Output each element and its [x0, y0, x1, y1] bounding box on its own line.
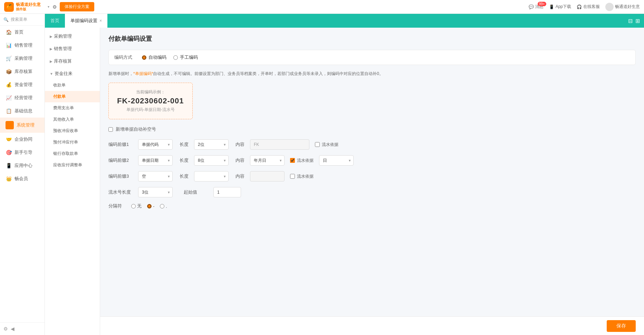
second-sidebar-group-finance: ▼ 资金往来 收款单 付款单 费用支出单 其他收入单 预收冲应收单 预付冲应付单… — [45, 68, 100, 171]
sidebar-item-purchase-label: 采购管理 — [15, 55, 32, 62]
user-menu[interactable]: 畅通道好生意 — [605, 3, 640, 11]
sidebar-item-purchase[interactable]: 🛒 采购管理 — [0, 52, 45, 65]
encode-method-label: 编码方式 — [114, 54, 132, 61]
experience-btn[interactable]: 体验行业方案 — [60, 2, 94, 11]
tab-close-icon[interactable]: × — [99, 18, 102, 23]
sep-dot-radio[interactable] — [160, 204, 164, 208]
length1-select-wrap: 2位 — [194, 139, 229, 150]
prefix1-label: 编码前缀1 — [108, 141, 133, 148]
sidebar-bottom: ⚙ ◀ — [0, 322, 45, 335]
auto-encode-radio[interactable] — [142, 55, 146, 60]
app-download-btn[interactable]: 📱 App下载 — [549, 4, 571, 10]
sidebar-item-member-label: 畅会员 — [15, 176, 28, 182]
waterflow2-checkbox[interactable] — [290, 158, 295, 163]
sidebar-item-system-label: 系统管理 — [17, 122, 35, 128]
second-sidebar-other-income[interactable]: 其他收入单 — [45, 114, 100, 125]
second-sidebar-bank[interactable]: 银行存取款单 — [45, 148, 100, 159]
sidebar-item-guide[interactable]: 🎯 新手引导 — [0, 146, 45, 159]
sidebar-item-enterprise[interactable]: 🤝 企业协同 — [0, 133, 45, 146]
sep-none-option[interactable]: 无 — [131, 203, 142, 209]
tab-maximize-btn[interactable]: ⊞ — [635, 18, 640, 24]
sidebar-item-sales-label: 销售管理 — [15, 42, 32, 48]
length2-label: 长度 — [180, 157, 189, 164]
prefix1-select-wrap: 单据代码 — [138, 139, 173, 150]
second-sidebar-payment[interactable]: 付款单 — [45, 91, 100, 102]
serial-length-select[interactable]: 3位 — [138, 187, 173, 197]
length2-select[interactable]: 8位 — [194, 155, 229, 166]
second-sidebar-finance-label: 资金往来 — [55, 71, 73, 77]
expand-arrow-finance: ▼ — [50, 72, 53, 76]
expand-arrow-inventory: ▶ — [50, 59, 52, 63]
prefix2-label: 编码前缀2 — [108, 157, 133, 164]
waterflow3-checkbox[interactable] — [290, 174, 295, 179]
auto-encode-label: 自动编码 — [148, 54, 166, 61]
waterflow2-unit-select[interactable]: 日 — [319, 155, 354, 166]
second-sidebar-adjustment[interactable]: 应收应付调整单 — [45, 159, 100, 171]
waterflow3-label: 流水依据 — [297, 174, 314, 179]
dropdown-arrow-icon[interactable]: ▾ — [48, 5, 49, 9]
sep-none-radio[interactable] — [131, 204, 136, 208]
tab-home-label: 首页 — [50, 18, 59, 24]
prefix1-select[interactable]: 单据代码 — [138, 139, 173, 150]
tab-current[interactable]: 单据编码设置 × — [65, 14, 107, 28]
second-sidebar-prepay-receivable[interactable]: 预收冲应收单 — [45, 125, 100, 137]
waterflow1-checkbox[interactable] — [315, 142, 320, 147]
sidebar-item-inventory[interactable]: 📦 库存核算 — [0, 65, 45, 78]
info-text: 新增单据时，*单据编码*自动生成，不可编辑。前缀设置为部门、业务员等档案类，开单… — [108, 71, 636, 77]
sidebar-item-appstore[interactable]: 📱 应用中心 — [0, 159, 45, 172]
sep-dash-option[interactable]: - — [147, 204, 154, 209]
sidebar-search[interactable]: 🔍 搜索菜单 — [0, 14, 45, 26]
message-btn[interactable]: 💬 消息 99+ — [529, 4, 544, 10]
second-sidebar-sales[interactable]: ▶ 销售管理 — [45, 43, 100, 55]
content2-select[interactable]: 年月日 — [250, 155, 285, 166]
settings-icon[interactable]: ⚙ — [51, 4, 58, 10]
second-sidebar-purchase[interactable]: ▶ 采购管理 — [45, 30, 100, 42]
length1-select[interactable]: 2位 — [194, 139, 229, 150]
sidebar-item-appstore-label: 应用中心 — [15, 162, 32, 169]
waterflow1-label: 流水依据 — [322, 142, 338, 148]
sidebar-item-home[interactable]: 🏠 首页 — [0, 26, 45, 39]
prefix2-select[interactable]: 单据日期 — [138, 155, 173, 166]
tab-minimize-btn[interactable]: ⊟ — [628, 18, 633, 24]
length3-select[interactable] — [194, 171, 229, 182]
second-sidebar-group-inventory: ▶ 库存核算 — [45, 55, 100, 67]
code-preview-label: 当前编码示例： — [117, 89, 184, 95]
user-avatar — [605, 3, 614, 11]
home-icon: 🏠 — [6, 29, 12, 35]
sidebar-item-finance[interactable]: 💰 资金管理 — [0, 78, 45, 91]
sidebar-item-operation[interactable]: 📈 经营管理 — [0, 91, 45, 104]
sidebar-item-basic[interactable]: 📋 基础信息 — [0, 104, 45, 118]
message-icon: 💬 — [529, 4, 534, 9]
sidebar-item-member[interactable]: 👑 畅会员 — [0, 172, 45, 185]
sidebar-item-system[interactable]: ⚙ 系统管理 — [0, 118, 45, 133]
sep-dash-radio[interactable] — [147, 204, 152, 208]
autofill-checkbox[interactable] — [108, 127, 113, 132]
waterflow2-unit-wrap: 日 — [319, 155, 354, 166]
sidebar-search-label: 搜索菜单 — [11, 17, 27, 22]
search-icon: 🔍 — [3, 17, 9, 22]
second-sidebar-receipt[interactable]: 收款单 — [45, 80, 100, 91]
second-sidebar-prepay-payable[interactable]: 预付冲应付单 — [45, 137, 100, 148]
autofill-label: 新增单据自动补空号 — [116, 126, 156, 132]
content1-label: 内容 — [236, 141, 244, 148]
sidebar-item-enterprise-label: 企业协同 — [15, 136, 32, 142]
second-sidebar-inventory[interactable]: ▶ 库存核算 — [45, 55, 100, 67]
auto-encode-option[interactable]: 自动编码 — [142, 54, 166, 61]
manual-encode-radio[interactable] — [173, 55, 178, 60]
sidebar-settings-btn[interactable]: ⚙ — [3, 326, 8, 332]
sidebar-item-sales[interactable]: 📊 销售管理 — [0, 39, 45, 52]
prefix3-select[interactable]: 空 — [138, 171, 173, 182]
finance-icon: 💰 — [6, 82, 12, 88]
expand-arrow-sales: ▶ — [50, 47, 52, 51]
save-button[interactable]: 保存 — [607, 320, 636, 332]
manual-encode-option[interactable]: 手工编码 — [173, 54, 198, 61]
online-service-btn[interactable]: 🎧 在线客服 — [577, 4, 600, 10]
second-sidebar-expense[interactable]: 费用支出单 — [45, 102, 100, 114]
sep-dot-option[interactable]: . — [160, 204, 167, 209]
content3-input — [250, 171, 285, 182]
sidebar-collapse-btn[interactable]: ◀ — [11, 326, 15, 332]
tab-home[interactable]: 首页 — [45, 14, 65, 28]
app-logo: 🍊 畅通道好生意 插件版 — [4, 2, 41, 12]
start-value-input[interactable] — [213, 187, 241, 197]
second-sidebar-finance[interactable]: ▼ 资金往来 — [45, 68, 100, 80]
